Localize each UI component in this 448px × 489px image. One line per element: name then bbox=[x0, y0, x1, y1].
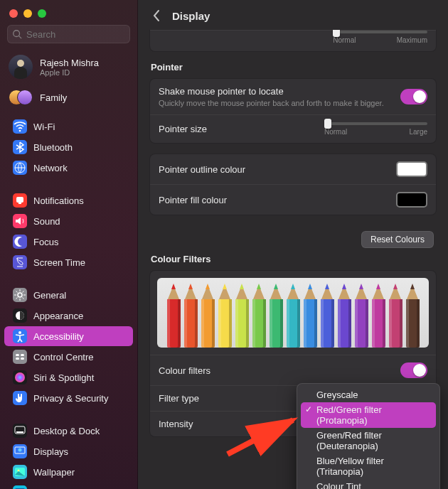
sidebar-item-wallpaper[interactable]: Wallpaper bbox=[4, 462, 133, 482]
display-contrast-group: Display contrast NormalMaximum bbox=[149, 30, 437, 52]
filter-type-menu[interactable]: GreyscaleRed/Green filter (Protanopia)Gr… bbox=[297, 383, 440, 489]
family-row[interactable]: Family bbox=[0, 83, 137, 112]
sidebar: Rajesh Mishra Apple ID Family Wi-FiBluet… bbox=[0, 0, 138, 489]
controlcentre-icon bbox=[13, 350, 27, 364]
reset-colours-row: Reset Colours bbox=[149, 225, 437, 249]
reset-colours-button[interactable]: Reset Colours bbox=[361, 231, 434, 248]
screensaver-icon bbox=[13, 485, 27, 489]
sidebar-item-focus[interactable]: Focus bbox=[4, 232, 133, 252]
sidebar-item-label: Control Centre bbox=[33, 352, 94, 362]
colour-filters-label: Colour filters bbox=[159, 365, 210, 376]
page-title: Display bbox=[172, 10, 210, 22]
sidebar-item-label: Desktop & Dock bbox=[33, 426, 100, 436]
sidebar-item-desktop[interactable]: Desktop & Dock bbox=[4, 421, 133, 441]
outline-colour-label: Pointer outline colour bbox=[159, 164, 245, 175]
sidebar-item-label: Bluetooth bbox=[33, 142, 73, 153]
svg-rect-12 bbox=[16, 358, 19, 360]
sidebar-item-label: Focus bbox=[33, 237, 58, 247]
minimize-window-button[interactable] bbox=[23, 9, 32, 18]
sidebar-item-label: Network bbox=[33, 163, 68, 173]
sidebar-item-appearance[interactable]: Appearance bbox=[4, 306, 133, 326]
pointer-group: Shake mouse pointer to locate Quickly mo… bbox=[149, 78, 437, 144]
svg-point-7 bbox=[18, 293, 22, 297]
display-contrast-slider[interactable] bbox=[333, 31, 427, 33]
sound-icon bbox=[13, 214, 27, 228]
sidebar-item-screentime[interactable]: Screen Time bbox=[4, 252, 133, 272]
outline-colour-well[interactable] bbox=[396, 161, 427, 177]
sidebar-item-siri[interactable]: Siri & Spotlight bbox=[4, 367, 133, 387]
family-avatars bbox=[9, 87, 33, 107]
shake-toggle[interactable] bbox=[400, 89, 427, 104]
svg-point-14 bbox=[15, 372, 25, 382]
sidebar-item-network[interactable]: Network bbox=[4, 158, 133, 178]
sidebar-item-sound[interactable]: Sound bbox=[4, 211, 133, 231]
fill-colour-label: Pointer fill colour bbox=[159, 195, 227, 205]
privacy-icon bbox=[13, 391, 27, 405]
pencil bbox=[235, 285, 250, 348]
colour-preview-pencils bbox=[157, 278, 429, 348]
sidebar-item-privacy[interactable]: Privacy & Security bbox=[4, 388, 133, 408]
search-input[interactable] bbox=[7, 25, 130, 43]
sidebar-item-notifications[interactable]: Notifications bbox=[4, 190, 133, 210]
nav-list: Wi-FiBluetoothNetworkNotificationsSoundF… bbox=[0, 112, 137, 489]
sidebar-item-label: Notifications bbox=[33, 195, 84, 206]
pencil bbox=[269, 285, 284, 348]
menu-item-3[interactable]: Blue/Yellow filter (Tritanopia) bbox=[301, 453, 436, 479]
pencil bbox=[371, 285, 386, 348]
sidebar-item-label: Sound bbox=[33, 216, 60, 227]
shake-desc: Quickly move the mouse pointer back and … bbox=[159, 99, 384, 107]
pencil bbox=[166, 285, 181, 348]
network-icon bbox=[13, 161, 27, 175]
colour-filters-toggle[interactable] bbox=[400, 362, 427, 378]
svg-rect-10 bbox=[16, 354, 19, 356]
svg-point-9 bbox=[18, 331, 21, 334]
pencil bbox=[388, 285, 403, 348]
svg-point-3 bbox=[19, 130, 21, 132]
apple-id-row[interactable]: Rajesh Mishra Apple ID bbox=[0, 50, 137, 83]
svg-rect-11 bbox=[21, 354, 24, 356]
pointer-heading: Pointer bbox=[151, 62, 435, 72]
svg-rect-16 bbox=[16, 431, 23, 433]
sidebar-item-accessibility[interactable]: Accessibility bbox=[4, 326, 133, 346]
menu-item-0[interactable]: Greyscale bbox=[301, 387, 436, 402]
appearance-icon bbox=[13, 308, 27, 323]
filter-type-label: Filter type bbox=[159, 393, 199, 404]
menu-item-1[interactable]: Red/Green filter (Protanopia) bbox=[301, 402, 436, 428]
family-label: Family bbox=[40, 92, 67, 103]
sidebar-item-label: Appearance bbox=[33, 311, 83, 321]
sidebar-item-label: Screen Time bbox=[33, 257, 85, 268]
colour-filters-heading: Colour Filters bbox=[151, 254, 435, 264]
user-sub: Apple ID bbox=[40, 68, 99, 77]
user-avatar bbox=[9, 55, 33, 79]
general-icon bbox=[13, 288, 27, 302]
sidebar-item-general[interactable]: General bbox=[4, 285, 133, 305]
menu-item-2[interactable]: Green/Red filter (Deuteranopia) bbox=[301, 428, 436, 453]
notifications-icon bbox=[13, 193, 27, 208]
back-button[interactable] bbox=[149, 9, 164, 23]
sidebar-item-wifi[interactable]: Wi-Fi bbox=[4, 117, 133, 136]
zoom-window-button[interactable] bbox=[38, 9, 46, 18]
annotation-arrow bbox=[222, 410, 307, 462]
svg-rect-13 bbox=[21, 358, 24, 360]
sidebar-item-screensaver[interactable]: Screen Saver bbox=[4, 483, 133, 489]
user-name: Rajesh Mishra bbox=[40, 58, 99, 68]
pencil bbox=[405, 285, 420, 348]
close-window-button[interactable] bbox=[9, 9, 18, 18]
header: Display bbox=[138, 0, 448, 30]
fill-colour-well[interactable] bbox=[396, 192, 427, 208]
wallpaper-icon bbox=[13, 465, 27, 479]
pointer-size-slider[interactable] bbox=[324, 122, 427, 125]
sidebar-item-label: Accessibility bbox=[33, 331, 84, 342]
svg-rect-6 bbox=[18, 203, 21, 204]
pencil bbox=[183, 285, 198, 348]
shake-label: Shake mouse pointer to locate bbox=[159, 86, 384, 97]
sidebar-item-label: Siri & Spotlight bbox=[33, 372, 94, 383]
menu-item-4[interactable]: Colour Tint bbox=[301, 479, 436, 489]
sidebar-item-controlcentre[interactable]: Control Centre bbox=[4, 347, 133, 367]
svg-point-2 bbox=[17, 60, 24, 67]
pencil bbox=[286, 285, 301, 348]
sidebar-item-displays[interactable]: Displays bbox=[4, 441, 133, 461]
sidebar-item-bluetooth[interactable]: Bluetooth bbox=[4, 137, 133, 157]
screentime-icon bbox=[13, 255, 27, 269]
sidebar-item-label: Wi-Fi bbox=[33, 122, 55, 132]
